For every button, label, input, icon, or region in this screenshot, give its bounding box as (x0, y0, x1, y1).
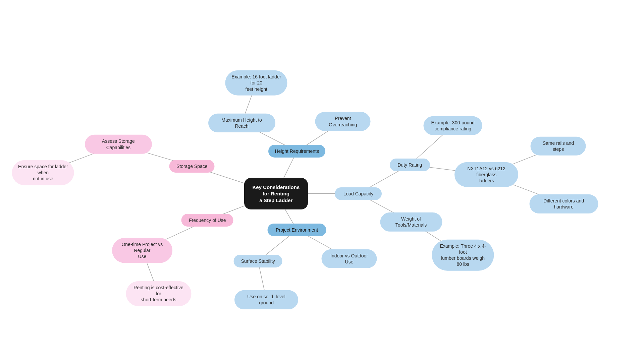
node-storage_space: Storage Space (169, 160, 215, 173)
node-different_colors: Different colors and hardware (529, 194, 598, 213)
node-same_rails: Same rails and steps (531, 137, 586, 156)
node-solid_ground: Use on solid, level ground (234, 290, 298, 309)
node-one_time: One-time Project vs RegularUse (112, 238, 172, 263)
node-surface_stability: Surface Stability (234, 255, 282, 267)
connections-svg (0, 0, 644, 363)
node-duty_rating: Duty Rating (390, 158, 430, 171)
node-example_300: Example: 300-poundcompliance rating (424, 116, 482, 135)
node-height_requirements: Height Requirements (268, 145, 325, 158)
node-example_lumber: Example: Three 4 x 4-footlumber boards w… (432, 240, 494, 271)
node-renting_cost: Renting is cost-effective forshort-term … (126, 281, 191, 306)
node-example_16ft: Example: 16 foot ladder for 20feet heigh… (225, 70, 287, 96)
node-frequency: Frequency of Use (181, 214, 233, 227)
node-nxt1a12: NXT1A12 vs 6212 fiberglassladders (454, 162, 518, 187)
node-project_env: Project Environment (268, 224, 326, 236)
node-prevent_overreaching: Prevent Overreaching (315, 112, 371, 131)
node-assess_storage: Assess Storage Capabilities (85, 135, 152, 154)
node-indoor_outdoor: Indoor vs Outdoor Use (322, 249, 377, 268)
node-load_capacity: Load Capacity (335, 187, 382, 200)
node-center: Key Considerations for Rentinga Step Lad… (244, 178, 308, 209)
node-max_height: Maximum Height to Reach (208, 113, 275, 132)
node-weight_tools: Weight of Tools/Materials (380, 213, 442, 231)
node-ensure_space: Ensure space for ladder whennot in use (12, 160, 74, 185)
mindmap-container: Key Considerations for Rentinga Step Lad… (0, 0, 644, 363)
